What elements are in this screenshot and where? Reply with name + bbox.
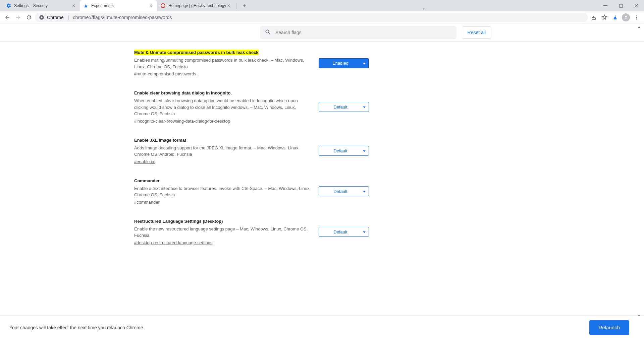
gear-icon [6, 3, 11, 8]
relaunch-button[interactable]: Relaunch [589, 320, 629, 335]
flag-anchor-link[interactable]: #incognito-clear-browsing-data-dialog-fo… [134, 119, 230, 124]
flag-item: Mute & Unmute compromised passwords in b… [134, 50, 369, 76]
close-icon[interactable]: ✕ [148, 3, 154, 8]
flag-anchor-link[interactable]: #desktop-restructured-language-settings [134, 240, 212, 245]
flag-description: When enabled, clear browsing data option… [134, 97, 312, 117]
tab-ghacks[interactable]: Homepage | gHacks Technology ✕ [157, 0, 235, 11]
flags-search-row: Reset all [0, 23, 644, 42]
maximize-button[interactable] [613, 0, 629, 11]
bookmark-button[interactable] [600, 13, 609, 22]
svg-rect-1 [603, 5, 607, 6]
flag-description: Enable a text interface to browser featu… [134, 185, 312, 198]
close-window-button[interactable] [629, 0, 644, 11]
extensions-flask-icon[interactable] [610, 13, 620, 22]
flag-state-select[interactable]: Default [319, 186, 369, 196]
svg-point-7 [636, 15, 637, 16]
flag-anchor-link[interactable]: #mute-compromised-passwords [134, 71, 196, 76]
flag-title: Mute & Unmute compromised passwords in b… [134, 50, 259, 55]
flag-description: Adds image decoding support for the JPEG… [134, 145, 312, 158]
svg-point-0 [161, 4, 165, 8]
address-bar[interactable]: Chrome | chrome://flags/#mute-compromise… [35, 13, 588, 22]
tab-experiments[interactable]: Experiments ✕ [80, 0, 157, 11]
close-icon[interactable]: ✕ [71, 3, 76, 8]
flag-anchor-link[interactable]: #commander [134, 200, 160, 205]
browser-toolbar: Chrome | chrome://flags/#mute-compromise… [0, 11, 644, 23]
window-controls [598, 0, 644, 11]
flag-title: Restructured Language Settings (Desktop) [134, 219, 223, 224]
relaunch-bar: Your changes will take effect the next t… [0, 316, 644, 339]
share-button[interactable] [589, 13, 598, 22]
relaunch-message: Your changes will take effect the next t… [9, 325, 144, 330]
flag-state-select[interactable]: Default [319, 102, 369, 112]
avatar-icon [622, 13, 630, 21]
menu-button[interactable] [632, 13, 641, 22]
flag-title: Enable JXL image format [134, 138, 186, 143]
flag-title: Commander [134, 178, 160, 183]
flag-anchor-link[interactable]: #enable-jxl [134, 159, 155, 164]
flag-title: Enable clear browsing data dialog in Inc… [134, 90, 232, 95]
omnibox-separator: | [68, 15, 69, 20]
svg-point-6 [625, 15, 627, 17]
flag-description: Enable the new restructured language set… [134, 226, 312, 239]
svg-point-8 [636, 17, 637, 18]
flag-item: Enable JXL image formatAdds image decodi… [134, 138, 369, 164]
reload-button[interactable] [24, 13, 34, 22]
search-icon [265, 29, 271, 37]
reset-all-button[interactable]: Reset all [462, 26, 491, 39]
page-content: ▴ Reset all Mute & Unmute compromised pa… [0, 23, 644, 339]
tab-title: Homepage | gHacks Technology [168, 3, 226, 8]
new-tab-button[interactable] [240, 1, 249, 10]
minimize-button[interactable] [598, 0, 613, 11]
flag-state-select[interactable]: Default [319, 227, 369, 237]
origin-label: Chrome [47, 15, 64, 20]
tab-strip: Settings – Security ✕ Experiments ✕ Home… [0, 0, 644, 11]
search-flags-box[interactable] [260, 26, 457, 39]
svg-point-9 [636, 18, 637, 19]
back-button[interactable] [3, 13, 12, 22]
ghacks-icon [160, 3, 166, 8]
profile-button[interactable] [621, 13, 631, 22]
forward-button[interactable] [13, 13, 23, 22]
tab-title: Experiments [91, 3, 148, 8]
svg-point-4 [41, 16, 42, 18]
flags-list: Mute & Unmute compromised passwords in b… [134, 42, 369, 286]
flag-item: CommanderEnable a text interface to brow… [134, 178, 369, 205]
url-path: chrome://flags/#mute-compromised-passwor… [73, 15, 172, 20]
tab-title: Settings – Security [14, 3, 71, 8]
search-input[interactable] [275, 30, 452, 35]
tab-divider [236, 3, 236, 9]
tab-settings-security[interactable]: Settings – Security ✕ [3, 0, 80, 11]
svg-rect-2 [619, 4, 622, 7]
tablist-dropdown-button[interactable] [418, 7, 429, 11]
flag-item: Restructured Language Settings (Desktop)… [134, 219, 369, 245]
close-icon[interactable]: ✕ [226, 3, 231, 8]
flag-item: Enable clear browsing data dialog in Inc… [134, 90, 369, 124]
chrome-icon [39, 15, 44, 20]
flag-state-select[interactable]: Default [319, 146, 369, 156]
flag-description: Enables muting/unmuting compromised pass… [134, 57, 312, 70]
flask-icon [83, 3, 89, 8]
flag-state-select[interactable]: Enabled [319, 58, 369, 68]
